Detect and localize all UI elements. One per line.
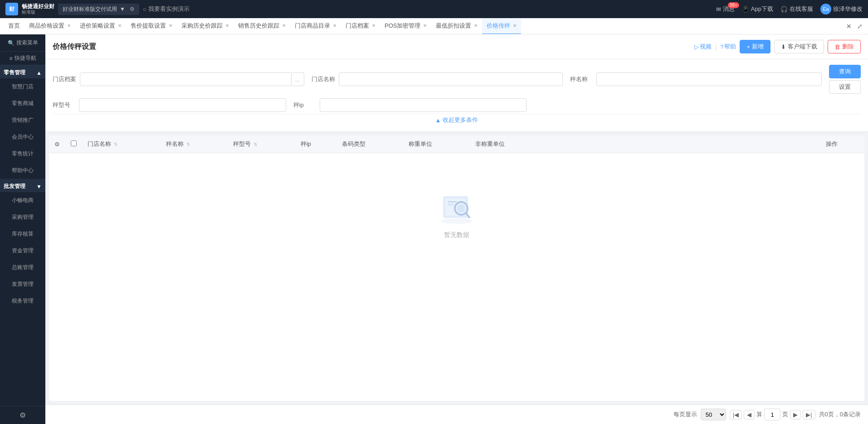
tab-home[interactable]: 首页 bbox=[4, 18, 24, 34]
tab-store-catalog-close[interactable]: ✕ bbox=[333, 23, 336, 28]
sidebar-section-wholesale[interactable]: 批发管理 ▼ bbox=[0, 179, 45, 192]
mini-ecom-label: 小畅电商 bbox=[12, 197, 34, 204]
sidebar-search-label: 搜索菜单 bbox=[16, 39, 38, 47]
video-link[interactable]: ▷ 视频 bbox=[694, 43, 712, 51]
scale-model-input[interactable] bbox=[79, 98, 286, 112]
per-page-label: 每页显示 bbox=[673, 410, 697, 419]
tab-sale-history[interactable]: 销售历史价跟踪 ✕ bbox=[234, 18, 290, 34]
delete-button[interactable]: 🗑 删除 bbox=[828, 40, 861, 53]
form-row-1: 门店档案 ... 门店名称 秤名称 查询 bbox=[53, 65, 861, 94]
retail-collapse-icon: ▲ bbox=[36, 70, 42, 76]
page-header: 价格传秤设置 ▷ 视频 | ? 帮助 + 新增 ⬇ 客户端下载 bbox=[45, 34, 868, 59]
add-button[interactable]: + 新增 bbox=[740, 40, 770, 53]
tab-pos-manage-label: POS加密管理 bbox=[385, 22, 420, 30]
tab-store-catalog-label: 门店商品目录 bbox=[295, 22, 330, 30]
sidebar-search[interactable]: 🔍 搜索菜单 bbox=[0, 34, 45, 52]
settings-icon[interactable]: ⚙ bbox=[130, 6, 135, 12]
sort-store-name-icon[interactable]: ⇅ bbox=[114, 142, 117, 147]
page-number-input[interactable] bbox=[764, 409, 780, 420]
collapse-btn[interactable]: ▲ 收起更多条件 bbox=[53, 114, 861, 126]
tab-home-label: 首页 bbox=[8, 22, 20, 30]
first-page-btn[interactable]: |◀ bbox=[730, 410, 742, 419]
messages-btn[interactable]: ✉ 消息 99+ bbox=[716, 5, 735, 13]
retail-stats-label: 零售统计 bbox=[12, 150, 34, 158]
sidebar-quick-nav[interactable]: ≡ 快捷导航 bbox=[0, 52, 45, 65]
table-gear-icon[interactable]: ⚙ bbox=[54, 141, 60, 148]
sidebar-item-retail-mall[interactable]: 零售商城 bbox=[0, 95, 45, 112]
store-name-input[interactable] bbox=[339, 72, 563, 86]
sidebar-item-tax[interactable]: 税务管理 bbox=[0, 293, 45, 309]
online-service-btn[interactable]: 🎧 在线客服 bbox=[780, 5, 813, 13]
demo-link[interactable]: ○ 我要看实例演示 bbox=[143, 5, 190, 13]
tab-product-price-label: 商品价格设置 bbox=[29, 22, 64, 30]
tab-min-discount-close[interactable]: ✕ bbox=[474, 23, 478, 28]
select-all-checkbox[interactable] bbox=[71, 140, 77, 146]
th-barcode-type: 条码类型 bbox=[336, 135, 403, 153]
sidebar-item-mini-ecom[interactable]: 小畅电商 bbox=[0, 192, 45, 209]
scale-ip-input[interactable] bbox=[320, 98, 527, 112]
tab-store-catalog[interactable]: 门店商品目录 ✕ bbox=[290, 18, 341, 34]
sidebar-item-inventory[interactable]: 库存核算 bbox=[0, 226, 45, 242]
tab-price-scale-close[interactable]: ✕ bbox=[513, 23, 517, 28]
svg-rect-7 bbox=[448, 204, 454, 205]
sidebar-section-retail[interactable]: 零售管理 ▲ bbox=[0, 65, 45, 78]
set-button[interactable]: 设置 bbox=[829, 80, 861, 94]
sort-scale-name-icon[interactable]: ⇅ bbox=[186, 142, 190, 147]
tab-purchase-strategy[interactable]: 进价策略设置 ✕ bbox=[75, 18, 126, 34]
last-page-btn[interactable]: ▶| bbox=[803, 410, 815, 419]
th-store-name: 门店名称 ⇅ bbox=[82, 135, 161, 153]
help-link[interactable]: ? 帮助 bbox=[720, 43, 736, 51]
download-icon: ⬇ bbox=[781, 43, 786, 50]
empty-text: 暂无数据 bbox=[444, 231, 469, 239]
scale-name-input[interactable] bbox=[596, 72, 822, 86]
tab-sale-extract-close[interactable]: ✕ bbox=[169, 23, 172, 28]
prev-page-btn[interactable]: ◀ bbox=[744, 410, 755, 419]
sidebar-item-marketing[interactable]: 营销推广 bbox=[0, 112, 45, 129]
store-name-group: 门店名称 bbox=[312, 72, 563, 86]
tab-restore[interactable]: ⤢ bbox=[855, 21, 864, 32]
sidebar-item-smart-store[interactable]: 智慧门店 bbox=[0, 78, 45, 95]
sidebar-item-member[interactable]: 会员中心 bbox=[0, 129, 45, 145]
tab-purchase-history[interactable]: 采购历史价跟踪 ✕ bbox=[177, 18, 234, 34]
sidebar-item-retail-stats[interactable]: 零售统计 bbox=[0, 145, 45, 162]
sidebar-item-general-ledger[interactable]: 总账管理 bbox=[0, 259, 45, 276]
avatar: Ea bbox=[820, 4, 831, 14]
sidebar-item-invoice[interactable]: 发票管理 bbox=[0, 276, 45, 293]
sidebar-item-purchase-mgmt[interactable]: 采购管理 bbox=[0, 209, 45, 226]
version-selector[interactable]: 好业财标准版交付试用 ▼ ⚙ bbox=[58, 4, 139, 15]
tab-product-price[interactable]: 商品价格设置 ✕ bbox=[24, 18, 75, 34]
download-button[interactable]: ⬇ 客户端下载 bbox=[774, 40, 824, 53]
tab-product-price-close[interactable]: ✕ bbox=[67, 23, 71, 28]
sidebar-item-help[interactable]: 帮助中心 bbox=[0, 162, 45, 179]
store-profile-dots[interactable]: ... bbox=[292, 72, 304, 86]
store-profile-input[interactable] bbox=[80, 72, 292, 86]
sidebar-item-finance[interactable]: 资金管理 bbox=[0, 242, 45, 259]
tab-pos-manage[interactable]: POS加密管理 ✕ bbox=[380, 18, 431, 34]
sort-scale-model-icon[interactable]: ⇅ bbox=[254, 142, 257, 147]
form-row-2: 秤型号 秤ip bbox=[53, 98, 861, 112]
tab-sale-extract[interactable]: 售价提取设置 ✕ bbox=[126, 18, 177, 34]
user-menu[interactable]: Ea 徐泽华修改 bbox=[820, 4, 863, 14]
online-service-label: 在线客服 bbox=[790, 5, 813, 13]
tab-min-discount[interactable]: 最低折扣设置 ✕ bbox=[431, 18, 482, 34]
page-label: 算 bbox=[756, 410, 762, 419]
tab-store-profile[interactable]: 门店档案 ✕ bbox=[341, 18, 380, 34]
svg-rect-6 bbox=[448, 201, 457, 202]
tab-close-all[interactable]: ✕ bbox=[844, 21, 853, 32]
tab-pos-manage-close[interactable]: ✕ bbox=[423, 23, 427, 28]
empty-icon bbox=[434, 189, 479, 226]
tab-sale-history-close[interactable]: ✕ bbox=[282, 23, 286, 28]
tab-purchase-strategy-close[interactable]: ✕ bbox=[118, 23, 122, 28]
help-icon: ? bbox=[720, 43, 723, 50]
next-page-btn[interactable]: ▶ bbox=[790, 410, 801, 419]
th-weight-unit: 称重单位 bbox=[403, 135, 470, 153]
app-download-btn[interactable]: 📱 App下载 bbox=[742, 5, 773, 13]
tab-bar: 首页 商品价格设置 ✕ 进价策略设置 ✕ 售价提取设置 ✕ 采购历史价跟踪 ✕ … bbox=[0, 18, 868, 34]
tab-price-scale[interactable]: 价格传秤 ✕ bbox=[482, 18, 521, 34]
tab-store-profile-close[interactable]: ✕ bbox=[372, 23, 375, 28]
per-page-select[interactable]: 50 10 20 100 bbox=[701, 409, 726, 420]
top-bar: 财 畅捷通好业财 标准版 好业财标准版交付试用 ▼ ⚙ ○ 我要看实例演示 ✉ … bbox=[0, 0, 868, 18]
search-button[interactable]: 查询 bbox=[829, 65, 861, 78]
sidebar-gear-icon[interactable]: ⚙ bbox=[20, 411, 26, 419]
tab-purchase-history-close[interactable]: ✕ bbox=[225, 23, 229, 28]
